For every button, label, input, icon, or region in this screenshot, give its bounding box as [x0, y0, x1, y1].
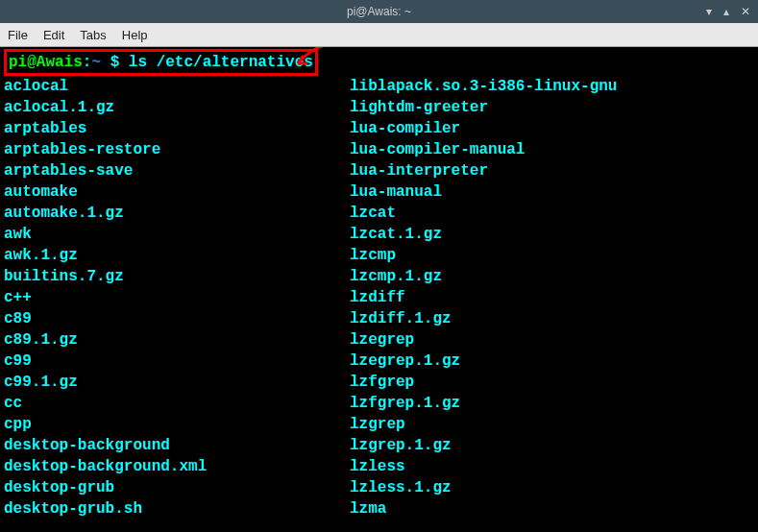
list-item: liblapack.so.3-i386-linux-gnu — [350, 76, 617, 97]
menu-edit[interactable]: Edit — [43, 28, 64, 42]
list-item: lua-compiler-manual — [350, 139, 617, 160]
menu-tabs[interactable]: Tabs — [80, 28, 106, 42]
list-item: lzcmp — [350, 245, 617, 266]
terminal[interactable]: pi@Awais:~ $ ls /etc/alternatives acloca… — [0, 47, 758, 532]
list-item: c89 — [4, 308, 350, 329]
list-item: desktop-grub.sh — [4, 498, 350, 520]
list-item: lzless.1.gz — [350, 477, 617, 498]
list-item: lzcat.1.gz — [350, 224, 617, 245]
list-item: builtins.7.gz — [4, 266, 350, 287]
list-item: lzdiff — [350, 287, 617, 308]
list-item: automake.1.gz — [4, 203, 350, 224]
prompt-cwd: ~ — [91, 54, 101, 71]
list-item: c99 — [4, 351, 350, 372]
list-item: c89.1.gz — [4, 329, 350, 351]
menu-file[interactable]: File — [8, 28, 28, 42]
prompt-line: pi@Awais:~ $ ls /etc/alternatives — [4, 49, 318, 76]
list-item: desktop-grub — [4, 477, 350, 498]
list-item: lzfgrep — [350, 372, 617, 393]
listing-col-2: liblapack.so.3-i386-linux-gnulightdm-gre… — [350, 76, 617, 520]
list-item: lua-interpreter — [350, 160, 617, 181]
list-item: lightdm-greeter — [350, 97, 617, 118]
list-item: automake — [4, 181, 350, 203]
menu-help[interactable]: Help — [122, 28, 148, 42]
prompt-separator: : — [83, 54, 92, 71]
close-icon[interactable]: ✕ — [741, 5, 750, 18]
list-item: aclocal.1.gz — [4, 97, 350, 118]
list-item: lzfgrep.1.gz — [350, 393, 617, 414]
menubar: File Edit Tabs Help — [0, 23, 758, 47]
list-item: desktop-background.xml — [4, 456, 350, 477]
list-item: lzdiff.1.gz — [350, 308, 617, 329]
maximize-icon[interactable]: ▴ — [723, 5, 729, 18]
list-item: awk.1.gz — [4, 245, 350, 266]
prompt-userhost: pi@Awais — [9, 54, 83, 71]
minimize-icon[interactable]: ▾ — [706, 5, 712, 18]
list-item: arptables — [4, 118, 350, 139]
list-item: lzegrep.1.gz — [350, 351, 617, 372]
list-item: lzegrep — [350, 329, 617, 351]
list-item: cpp — [4, 414, 350, 435]
list-item: c99.1.gz — [4, 372, 350, 393]
list-item: lzcmp.1.gz — [350, 266, 617, 287]
list-item: lzcat — [350, 203, 617, 224]
list-item: arptables-save — [4, 160, 350, 181]
listing-col-1: aclocalaclocal.1.gzarptablesarptables-re… — [4, 76, 350, 520]
list-item: awk — [4, 224, 350, 245]
prompt-sigil: $ — [101, 54, 129, 71]
window-controls: ▾ ▴ ✕ — [706, 5, 750, 18]
window-title: pi@Awais: ~ — [347, 5, 411, 18]
list-item: desktop-background — [4, 435, 350, 456]
list-item: cc — [4, 393, 350, 414]
list-item: lua-compiler — [350, 118, 617, 139]
titlebar[interactable]: pi@Awais: ~ ▾ ▴ ✕ — [0, 0, 758, 23]
listing: aclocalaclocal.1.gzarptablesarptables-re… — [4, 76, 754, 520]
list-item: lzgrep — [350, 414, 617, 435]
list-item: lua-manual — [350, 181, 617, 203]
list-item: lzma — [350, 498, 617, 520]
prompt-command: ls /etc/alternatives — [129, 54, 313, 71]
list-item: aclocal — [4, 76, 350, 97]
list-item: c++ — [4, 287, 350, 308]
list-item: lzgrep.1.gz — [350, 435, 617, 456]
list-item: lzless — [350, 456, 617, 477]
list-item: arptables-restore — [4, 139, 350, 160]
